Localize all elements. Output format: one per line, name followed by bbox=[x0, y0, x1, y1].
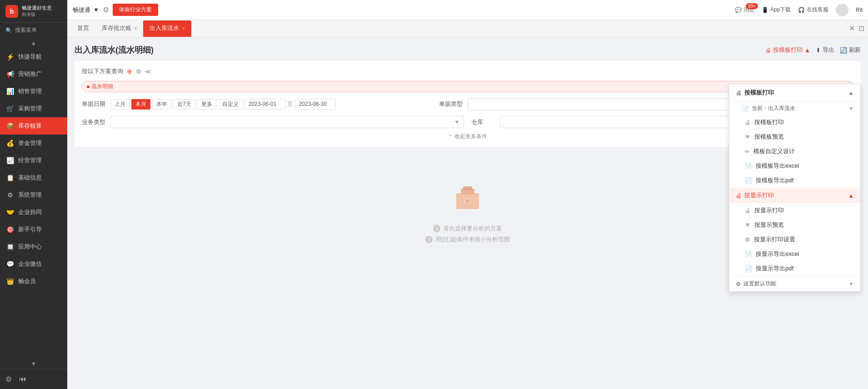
dropdown-item-display-pdf[interactable]: 📄 按显示导出pdf bbox=[729, 261, 860, 276]
nav-label-cooperation: 企业协同 bbox=[18, 208, 42, 216]
app-download-icon: 📱 bbox=[762, 7, 768, 13]
template-custom-icon: ✏ bbox=[745, 148, 750, 155]
tab-inventory-flow[interactable]: 出入库流水 × bbox=[143, 20, 191, 37]
sidebar-item-purchase[interactable]: 🛒 采购管理 bbox=[0, 100, 67, 117]
sidebar-item-marketing[interactable]: 📢 营销推广 bbox=[0, 65, 67, 83]
search-menu-item[interactable]: 🔍 搜索菜单 bbox=[0, 23, 67, 38]
sidebar-item-sales[interactable]: 📊 销售管理 bbox=[0, 83, 67, 100]
sidebar-item-enterprise-wechat[interactable]: 💬 企业微信 bbox=[0, 255, 67, 273]
filter-collapse-icon[interactable]: ≪ bbox=[145, 68, 151, 75]
settings-bottom-icon[interactable]: ⚙ bbox=[5, 375, 12, 384]
sidebar-item-app-center[interactable]: 🔲 应用中心 bbox=[0, 238, 67, 255]
sidebar-nav: ⚡ 快捷导航 📢 营销推广 📊 销售管理 🛒 采购管理 📦 库存核算 💰 资金管… bbox=[0, 48, 67, 359]
company-name-label: 畅捷通好生意 bbox=[22, 5, 52, 11]
dropdown-item-display-settings[interactable]: ⚙ 按显示打印设置 bbox=[729, 232, 860, 247]
sidebar-item-member[interactable]: 👑 畅会员 bbox=[0, 273, 67, 290]
user-avatar[interactable] bbox=[836, 4, 848, 16]
date-btn-more[interactable]: 更多 bbox=[197, 99, 216, 110]
date-btn-last-month[interactable]: 上月 bbox=[110, 99, 130, 110]
filter-add-btn[interactable]: ⊕ bbox=[127, 68, 132, 75]
export-btn[interactable]: ⬆ 导出 bbox=[816, 46, 834, 54]
tab-inventory-batch[interactable]: 库存批次账 × bbox=[95, 20, 143, 37]
date-btn-7days[interactable]: 近7天 bbox=[173, 99, 195, 110]
close-inventory-batch-icon[interactable]: × bbox=[134, 25, 137, 31]
dropdown-item-template-preview[interactable]: 👁 按模板预览 bbox=[729, 130, 860, 144]
dropdown-item-display-print[interactable]: 🖨 按显示打印 bbox=[729, 203, 860, 218]
trial-btn[interactable]: 体验行业方案 bbox=[113, 4, 158, 16]
close-all-tabs-btn[interactable]: ✕ bbox=[849, 24, 855, 33]
display-section-arrow: ▲ bbox=[848, 192, 854, 199]
dropdown-item-display-excel[interactable]: 📄 按显示导出excel bbox=[729, 247, 860, 261]
member-icon: 👑 bbox=[5, 278, 15, 285]
filter-header: 按以下方案查询 ⊕ ⚙ ≪ bbox=[82, 67, 853, 75]
date-btn-custom[interactable]: 自定义 bbox=[218, 99, 243, 110]
company-name-display: 畅捷通 bbox=[73, 6, 90, 14]
filter-date-label: 单据日期 bbox=[82, 100, 107, 108]
sidebar-item-operations[interactable]: 📈 经营管理 bbox=[0, 152, 67, 169]
topbar: 畅捷通 ▼ ⚙ 体验行业方案 💬 消息 99+ 📱 App下载 🎧 在线客服 R… bbox=[67, 0, 868, 20]
template-print-btn[interactable]: 🖨 按模板打印 ▲ bbox=[765, 46, 810, 54]
date-separator: 至 bbox=[287, 100, 293, 108]
nav-label-member: 畅会员 bbox=[18, 277, 36, 285]
filter-business-type-select[interactable]: ▼ bbox=[110, 116, 464, 128]
filter-settings-icon[interactable]: ⚙ bbox=[136, 68, 141, 75]
nav-label-sales: 销售管理 bbox=[18, 87, 42, 95]
export-label: 导出 bbox=[823, 46, 834, 54]
version-label: 标准版 bbox=[22, 11, 52, 18]
display-preview-item-label: 按显示预览 bbox=[754, 221, 784, 229]
display-section-header[interactable]: 🖨 按显示打印 ▲ bbox=[729, 188, 860, 203]
dropdown-item-template-print[interactable]: 🖨 按模板打印 bbox=[729, 115, 860, 130]
sidebar-item-cooperation[interactable]: 🤝 企业协同 bbox=[0, 204, 67, 221]
dropdown-item-template-excel[interactable]: 📄 按模板导出excel bbox=[729, 159, 860, 173]
message-icon: 💬 bbox=[735, 7, 742, 13]
message-btn[interactable]: 💬 消息 99+ bbox=[735, 6, 754, 14]
scroll-up-btn[interactable]: ▲ bbox=[0, 38, 67, 48]
sidebar-item-system[interactable]: ⚙ 系统管理 bbox=[0, 186, 67, 204]
sidebar-item-new-guide[interactable]: 🎯 新手引导 bbox=[0, 221, 67, 238]
online-service-btn[interactable]: 🎧 在线客服 bbox=[798, 6, 828, 14]
sidebar-item-finance[interactable]: 💰 资金管理 bbox=[0, 135, 67, 152]
date-btn-this-month[interactable]: 本月 bbox=[131, 99, 150, 110]
collapse-more-btn[interactable]: ⌃ 收起更多条件 bbox=[448, 133, 487, 140]
printer-icon: 🖨 bbox=[765, 47, 771, 54]
refresh-btn[interactable]: 🔄 刷新 bbox=[840, 46, 861, 54]
step-2-num: 2 bbox=[425, 236, 433, 243]
sidebar-item-base-info[interactable]: 📋 基础信息 bbox=[0, 169, 67, 186]
dropdown-item-template-custom[interactable]: ✏ 模板自定义设计 bbox=[729, 144, 860, 159]
dropdown-current-row: 📄 当前：出入库流水 ▼ bbox=[729, 102, 860, 115]
date-from-input[interactable] bbox=[244, 99, 285, 110]
date-to-input[interactable] bbox=[295, 99, 336, 110]
tab-home[interactable]: 首页 bbox=[71, 20, 95, 37]
date-btn-this-year[interactable]: 本年 bbox=[152, 99, 171, 110]
template-print-arrow-up: ▲ bbox=[804, 47, 810, 54]
dropdown-item-template-pdf[interactable]: 📄 按模板导出pdf bbox=[729, 173, 860, 188]
nav-label-new-guide: 新手引导 bbox=[18, 225, 42, 234]
app-download-btn[interactable]: 📱 App下载 bbox=[762, 6, 791, 14]
filter-header-label: 按以下方案查询 bbox=[82, 67, 123, 75]
page-content: 出入库流水(流水明细) 🖨 按模板打印 ▲ ⬆ 导出 🔄 刷新 bbox=[67, 37, 868, 389]
company-dropdown-icon: ▼ bbox=[93, 6, 99, 13]
empty-step-1: 1 请先选择要分析的方案 bbox=[433, 224, 502, 233]
maximize-btn[interactable]: ⊡ bbox=[858, 24, 864, 33]
template-excel-icon: 📄 bbox=[745, 163, 752, 170]
collapse-sidebar-icon[interactable]: ⏮ bbox=[19, 375, 26, 384]
app-logo-icon: b bbox=[5, 5, 18, 18]
close-inventory-flow-icon[interactable]: × bbox=[182, 25, 185, 31]
topbar-settings-icon[interactable]: ⚙ bbox=[103, 5, 109, 14]
export-icon: ⬆ bbox=[816, 47, 821, 54]
page-title: 出入库流水(流水明细) bbox=[75, 45, 154, 55]
search-menu-label: 搜索菜单 bbox=[15, 26, 37, 34]
dropdown-footer[interactable]: ⚙ 设置默认功能 ▼ bbox=[729, 276, 860, 291]
sidebar-bottom: ⚙ ⏮ bbox=[0, 369, 67, 389]
sidebar-logo: b 畅捷通好生意 标准版 bbox=[0, 0, 67, 23]
dropdown-item-display-preview[interactable]: 👁 按显示预览 bbox=[729, 218, 860, 232]
tab-home-label: 首页 bbox=[77, 24, 89, 32]
template-preview-icon: 👁 bbox=[745, 134, 751, 140]
sales-icon: 📊 bbox=[5, 88, 15, 95]
company-selector[interactable]: 畅捷通 ▼ bbox=[73, 6, 99, 14]
sidebar-item-quick-nav[interactable]: ⚡ 快捷导航 bbox=[0, 48, 67, 65]
sidebar-item-inventory[interactable]: 📦 库存核算 bbox=[0, 117, 67, 135]
scroll-down-btn[interactable]: ▼ bbox=[0, 359, 67, 369]
nav-label-system: 系统管理 bbox=[18, 191, 42, 199]
dropdown-title-arrow[interactable]: ▲ bbox=[848, 90, 854, 96]
